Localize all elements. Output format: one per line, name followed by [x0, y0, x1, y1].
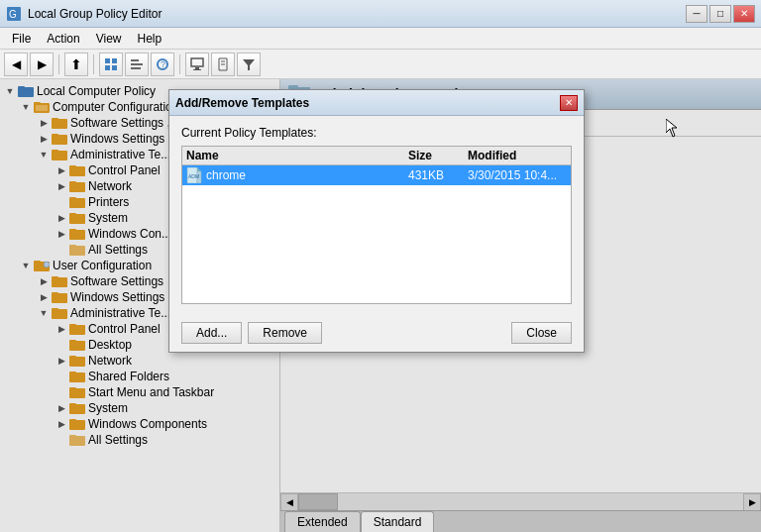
remove-button[interactable]: Remove: [248, 322, 322, 344]
close-button[interactable]: Close: [511, 322, 572, 344]
maximize-button[interactable]: □: [709, 5, 731, 23]
item-modified: 3/30/2015 10:4...: [468, 168, 567, 182]
svg-rect-6: [131, 59, 139, 61]
dialog-close-x-button[interactable]: ✕: [560, 95, 578, 111]
show-hide-button[interactable]: [99, 53, 123, 76]
list-item[interactable]: ADM chrome 431KB 3/30/2015 10:4...: [182, 165, 571, 185]
add-remove-templates-dialog: Add/Remove Templates ✕ Current Policy Te…: [168, 89, 585, 353]
svg-rect-5: [112, 65, 117, 70]
mouse-cursor: [666, 119, 682, 142]
close-button[interactable]: ✕: [733, 5, 755, 23]
svg-rect-3: [112, 58, 117, 63]
svg-rect-12: [195, 67, 199, 69]
details-button[interactable]: [125, 53, 149, 76]
svg-rect-13: [193, 69, 201, 70]
col-header-size: Size: [408, 149, 468, 162]
forward-button[interactable]: ▶: [30, 53, 54, 76]
dialog-title: Add/Remove Templates: [175, 96, 309, 110]
menu-action[interactable]: Action: [39, 30, 87, 48]
add-button[interactable]: Add...: [181, 322, 242, 344]
app-icon: G: [6, 6, 22, 22]
dialog-footer-left: Add... Remove: [181, 322, 322, 344]
svg-marker-16: [243, 59, 255, 70]
svg-marker-68: [197, 167, 201, 171]
dialog-title-bar: Add/Remove Templates ✕: [169, 90, 584, 116]
window-controls: ─ □ ✕: [686, 5, 755, 23]
dialog-body: Current Policy Templates: Name Size Modi…: [169, 116, 584, 314]
up-button[interactable]: ⬆: [64, 53, 88, 76]
toolbar-separator-3: [179, 54, 180, 74]
svg-rect-11: [191, 58, 203, 66]
svg-rect-7: [131, 63, 143, 65]
item-name: chrome: [206, 168, 408, 182]
svg-rect-2: [105, 58, 110, 63]
title-bar: G Local Group Policy Editor ─ □ ✕: [0, 0, 761, 28]
policy-templates-label: Current Policy Templates:: [181, 126, 572, 140]
minimize-button[interactable]: ─: [686, 5, 707, 23]
templates-list[interactable]: Name Size Modified ADM chrome 431: [181, 146, 572, 304]
col-header-name: Name: [186, 149, 408, 162]
filter-button[interactable]: [237, 53, 261, 76]
svg-marker-71: [666, 119, 677, 137]
window-title: Local Group Policy Editor: [28, 7, 162, 21]
toolbar-separator-2: [93, 54, 94, 74]
item-size: 431KB: [408, 168, 468, 182]
svg-rect-8: [131, 67, 141, 69]
svg-rect-4: [105, 65, 110, 70]
computer-button[interactable]: [185, 53, 209, 76]
svg-text:ADM: ADM: [188, 173, 199, 179]
list-header: Name Size Modified: [182, 147, 571, 165]
menu-view[interactable]: View: [88, 30, 130, 48]
main-area: ▼ Local Computer Policy ▼ Computer Confi…: [0, 79, 761, 532]
back-button[interactable]: ◀: [4, 53, 28, 76]
svg-text:?: ?: [161, 59, 165, 69]
toolbar-separator-1: [58, 54, 59, 74]
dialog-footer: Add... Remove Close: [169, 314, 584, 352]
menu-file[interactable]: File: [4, 30, 39, 48]
menu-bar: File Action View Help: [0, 28, 761, 50]
policy-button[interactable]: [211, 53, 235, 76]
col-header-modified: Modified: [468, 149, 567, 162]
svg-text:G: G: [9, 9, 17, 20]
chrome-file-icon: ADM: [186, 167, 202, 183]
menu-help[interactable]: Help: [130, 30, 170, 48]
toolbar: ◀ ▶ ⬆ ?: [0, 50, 761, 79]
properties-button[interactable]: ?: [151, 53, 174, 76]
dialog-overlay: Add/Remove Templates ✕ Current Policy Te…: [0, 79, 761, 532]
